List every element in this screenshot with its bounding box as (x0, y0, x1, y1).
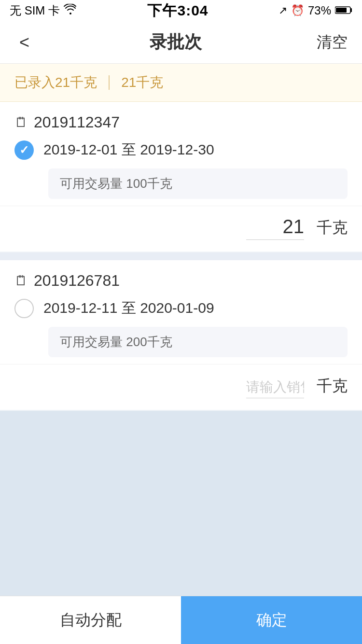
carrier-label: 无 SIM 卡 (10, 3, 60, 18)
batch-id-1: 2019112347 (34, 113, 120, 131)
page-title: 录批次 (150, 30, 202, 54)
batch-card-1: 🗒 2019112347 2019-12-01 至 2019-12-30 可用交… (0, 102, 362, 252)
batch-id-2: 2019126781 (34, 272, 120, 290)
summary-banner: 已录入21千克 21千克 (0, 64, 362, 102)
battery-label: 73% (308, 4, 331, 17)
auto-distribute-button[interactable]: 自动分配 (0, 596, 181, 644)
batch-header-2: 🗒 2019126781 (0, 260, 362, 294)
batch-doc-icon-1: 🗒 (14, 114, 28, 130)
quantity-unit-1: 千克 (317, 217, 348, 238)
clear-button[interactable]: 清空 (317, 32, 348, 53)
quantity-underline-1 (246, 216, 304, 240)
batch-available-1: 可用交易量 100千克 (48, 168, 348, 199)
status-time: 下午3:04 (147, 1, 208, 21)
quantity-input-2[interactable] (246, 374, 304, 396)
content-area: 🗒 2019112347 2019-12-01 至 2019-12-30 可用交… (0, 102, 362, 644)
quantity-unit-2: 千克 (317, 376, 348, 397)
batch-date-2: 2019-12-11 至 2020-01-09 (43, 298, 214, 318)
quantity-row-2: 千克 (0, 364, 362, 410)
back-button[interactable]: < (14, 28, 34, 57)
separator-1 (0, 252, 362, 260)
summary-label: 已录入21千克 (14, 73, 97, 92)
nav-bar: < 录批次 清空 (0, 21, 362, 64)
batch-date-1: 2019-12-01 至 2019-12-30 (43, 140, 214, 160)
batch-row-2[interactable]: 2019-12-11 至 2020-01-09 (0, 294, 362, 323)
location-icon: ↗ (278, 4, 287, 17)
batch-card-2: 🗒 2019126781 2019-12-11 至 2020-01-09 可用交… (0, 260, 362, 410)
radio-unselected-2[interactable] (14, 299, 34, 318)
summary-divider (109, 75, 110, 90)
batch-header-1: 🗒 2019112347 (0, 102, 362, 136)
bottom-bar: 自动分配 确定 (0, 596, 362, 644)
batch-doc-icon-2: 🗒 (14, 273, 28, 289)
status-bar: 无 SIM 卡 下午3:04 ↗ ⏰ 73% (0, 0, 362, 21)
quantity-underline-2 (246, 374, 304, 398)
batch-available-2: 可用交易量 200千克 (48, 327, 348, 357)
quantity-row-1: 千克 (0, 206, 362, 252)
status-left: 无 SIM 卡 (10, 3, 77, 18)
battery-icon (335, 4, 352, 17)
alarm-icon: ⏰ (291, 4, 304, 17)
quantity-input-1[interactable] (246, 216, 304, 238)
radio-selected-1[interactable] (14, 140, 34, 160)
svg-rect-2 (336, 8, 347, 13)
confirm-button[interactable]: 确定 (181, 596, 362, 644)
empty-area (0, 411, 362, 614)
svg-rect-1 (350, 8, 352, 12)
status-right: ↗ ⏰ 73% (278, 4, 352, 17)
wifi-icon (64, 4, 77, 17)
batch-row-1[interactable]: 2019-12-01 至 2019-12-30 (0, 136, 362, 165)
summary-value: 21千克 (121, 73, 163, 92)
